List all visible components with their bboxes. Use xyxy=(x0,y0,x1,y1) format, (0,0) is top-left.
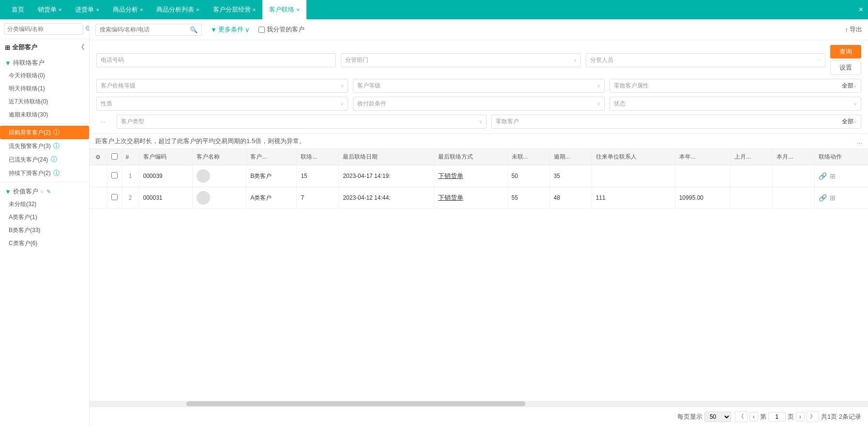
more-conditions-button[interactable]: ▼ 更多条件 ∨ xyxy=(207,23,254,36)
export-button[interactable]: ↑ 导出 xyxy=(845,25,863,34)
row-checkbox-0[interactable] xyxy=(107,165,122,187)
filter-nature[interactable]: 性质 ∨ xyxy=(96,97,348,111)
nav-product-analysis-close[interactable]: × xyxy=(140,7,143,13)
sidebar-item-7day-contact[interactable]: 近7天待联络(0) xyxy=(0,95,89,108)
row-contact-person-0 xyxy=(592,165,675,187)
window-close-button[interactable]: × xyxy=(859,5,863,14)
filter-payment-label: 收付款条件 xyxy=(357,100,595,108)
select-all-checkbox[interactable] xyxy=(111,153,118,160)
tooltip-more-button[interactable]: ... xyxy=(857,138,862,145)
dots-icon: ··· xyxy=(817,58,821,63)
action-link-icon-1[interactable]: 🔗 xyxy=(819,194,827,202)
col-settings[interactable]: ⚙ xyxy=(90,149,107,165)
filter-retail-customer[interactable]: 零散客户 全部 ∨ xyxy=(491,115,861,129)
row-this-month-1 xyxy=(773,187,815,209)
row-last-contact-method-1[interactable]: 下销货单 xyxy=(434,187,507,209)
query-button[interactable]: 查询 xyxy=(830,45,861,59)
sidebar-group-pending-contact[interactable]: ▼ 待联络客户 xyxy=(0,56,89,69)
sidebar-item-today-contact[interactable]: 今天待联络(0) xyxy=(0,69,89,82)
chevron-down-icon-4: ∨ xyxy=(853,83,857,88)
filter-phone[interactable]: 电话号码 xyxy=(96,53,336,67)
nav-home[interactable]: 首页 xyxy=(5,0,31,19)
sidebar-item-class-c[interactable]: C类客户(6) xyxy=(0,237,89,250)
col-this-year-header[interactable]: 本年... xyxy=(675,149,730,165)
col-name-header[interactable]: 客户名称 xyxy=(193,149,246,165)
nav-customer-contact[interactable]: 客户联络 × xyxy=(262,0,306,19)
horizontal-scrollbar[interactable] xyxy=(90,401,868,407)
filter-retail-attribute[interactable]: 零散客户属性 全部 ∨ xyxy=(609,79,861,93)
col-checkbox-header[interactable] xyxy=(107,149,122,165)
prev-page-button[interactable]: ‹ xyxy=(749,412,758,422)
next-page-button[interactable]: › xyxy=(796,412,805,422)
col-unreached-header[interactable]: 未联... xyxy=(507,149,549,165)
my-customers-checkbox-label[interactable]: 我分管的客户 xyxy=(259,25,305,34)
nav-customer-contact-close[interactable]: × xyxy=(296,7,299,13)
first-page-button[interactable]: 《 xyxy=(735,411,747,422)
filter-department[interactable]: 分管部门 ∨ xyxy=(341,53,580,67)
sidebar-item-class-b[interactable]: B类客户(33) xyxy=(0,224,89,237)
col-type-header[interactable]: 客户... xyxy=(246,149,297,165)
filter-manager[interactable]: 分管人员 ··· xyxy=(586,53,825,67)
my-customers-checkbox[interactable] xyxy=(259,27,265,33)
row-name-0[interactable] xyxy=(193,165,246,187)
col-code-header[interactable]: 客户编码 xyxy=(139,149,193,165)
sidebar-all-customers[interactable]: ⊞ 全部客户 《 xyxy=(0,39,89,56)
action-grid-icon-1[interactable]: ⊞ xyxy=(830,194,836,202)
col-contact-person-header[interactable]: 往来单位联系人 xyxy=(592,149,675,165)
filter-customer-grade[interactable]: 客户等级 ∨ xyxy=(353,79,605,93)
per-page-label: 每页显示 xyxy=(677,412,702,421)
sidebar-item-churn-warning[interactable]: 流失预警客户(3) ⓘ xyxy=(0,139,89,153)
sidebar-item-tomorrow-contact[interactable]: 明天待联络(1) xyxy=(0,82,89,95)
filter-price-grade[interactable]: 客户价格等级 ∨ xyxy=(96,79,348,93)
row-name-1[interactable] xyxy=(193,187,246,209)
nav-product-analysis[interactable]: 商品分析 × xyxy=(106,0,150,19)
row-code-0[interactable]: 000039 xyxy=(139,165,193,187)
sidebar-item-declining[interactable]: 持续下滑客户(2) ⓘ xyxy=(0,166,89,180)
per-page-select[interactable]: 50 20 100 xyxy=(704,411,731,422)
filter-status[interactable]: 状态 ∨ xyxy=(609,97,861,111)
nav-sales-order-close[interactable]: × xyxy=(59,7,61,13)
nav-sales-order[interactable]: 销货单 × xyxy=(31,0,68,19)
page-number-input[interactable] xyxy=(768,412,786,422)
filter-payment-terms[interactable]: 收付款条件 ∨ xyxy=(353,97,605,111)
row-last-month-0 xyxy=(731,165,773,187)
toolbar-search-icon[interactable]: 🔍 xyxy=(190,26,198,33)
col-this-month-header[interactable]: 本月... xyxy=(773,149,815,165)
sidebar-search-icon[interactable]: 🔍 xyxy=(85,26,90,33)
sidebar-item-repurchase-anomaly[interactable]: 回购异常客户(2) ⓘ xyxy=(0,126,89,139)
edit-icon[interactable]: ✎ xyxy=(46,189,51,195)
col-last-contact-date-header[interactable]: 最后联络日期 xyxy=(339,149,434,165)
sidebar-search-input[interactable] xyxy=(4,23,83,35)
row-actions-0: 🔗 ⊞ xyxy=(815,165,868,187)
col-last-contact-method-header[interactable]: 最后联络方式 xyxy=(434,149,507,165)
filter-more-dots[interactable]: ··· xyxy=(96,116,109,128)
action-link-icon-0[interactable]: 🔗 xyxy=(819,172,827,180)
nav-purchase-order-close[interactable]: × xyxy=(96,7,99,13)
nav-product-analysis-list-close[interactable]: × xyxy=(196,7,199,13)
table-header-row: ⚙ # 客户编码 客户名称 客户... 联络... 最后联络日期 最后联络方式 … xyxy=(90,149,868,165)
action-grid-icon-0[interactable]: ⊞ xyxy=(830,172,836,180)
row-checkbox-1[interactable] xyxy=(107,187,122,209)
sidebar-item-class-a[interactable]: A类客户(1) xyxy=(0,211,89,224)
nav-customer-stratification[interactable]: 客户分层经营 × xyxy=(206,0,262,19)
row-code-1[interactable]: 000031 xyxy=(139,187,193,209)
sidebar-collapse-button[interactable]: 《 xyxy=(78,43,84,52)
col-contacts-header[interactable]: 联络... xyxy=(297,149,339,165)
sidebar: 🔍 ⊞ 全部客户 《 ▼ 待联络客户 今天待联络(0) 明天待联络(1) 近7天… xyxy=(0,19,90,426)
nav-product-analysis-list[interactable]: 商品分析列表 × xyxy=(150,0,206,19)
circle-icon[interactable]: ○ xyxy=(40,189,44,194)
toolbar-search-box[interactable]: 🔍 xyxy=(95,24,202,36)
toolbar-search-input[interactable] xyxy=(100,26,188,33)
col-overdue-header[interactable]: 逾期... xyxy=(549,149,592,165)
nav-purchase-order[interactable]: 进货单 × xyxy=(68,0,106,19)
sidebar-item-overdue-contact[interactable]: 逾期未联络(30) xyxy=(0,108,89,121)
filter-customer-type[interactable]: 客户类型 ∨ xyxy=(117,115,487,129)
row-last-contact-method-0[interactable]: 下销货单 xyxy=(434,165,507,187)
col-last-month-header[interactable]: 上月... xyxy=(731,149,773,165)
sidebar-item-churned[interactable]: 已流失客户(24) ⓘ xyxy=(0,153,89,166)
scrollbar-thumb[interactable] xyxy=(186,401,525,406)
setting-button[interactable]: 设置 xyxy=(830,60,861,75)
last-page-button[interactable]: 》 xyxy=(807,411,819,422)
nav-customer-stratification-close[interactable]: × xyxy=(253,7,256,13)
sidebar-item-ungrouped[interactable]: 未分组(32) xyxy=(0,198,89,211)
